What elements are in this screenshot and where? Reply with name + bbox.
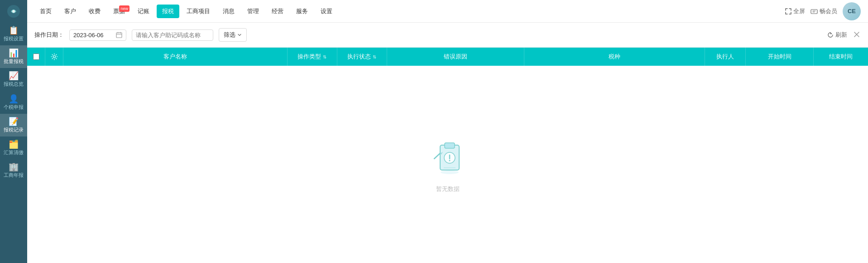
sidebar-item-piliangbaoshui[interactable]: 📊 批量报税	[0, 45, 27, 68]
sidebar-item-gongshangnianbing[interactable]: 🏢 工商年报	[0, 159, 27, 182]
refresh-label: 刷新	[835, 31, 847, 39]
svg-line-6	[434, 153, 440, 159]
nav-items: 首页 客户 收费 票据 new 记账 报税 工商项目 消息 管理 经营 服务 设…	[34, 5, 785, 18]
svg-rect-10	[445, 143, 455, 148]
gongshangnianbing-icon: 🏢	[9, 163, 19, 171]
baoshuishezhi-icon: 📋	[9, 26, 19, 34]
sidebar-item-baoshuijilu[interactable]: 📝 报税记录	[0, 114, 27, 136]
sidebar-item-gongshangnianbing-label: 工商年报	[4, 172, 24, 178]
baoshuijilu-icon: 📝	[9, 117, 19, 126]
fullscreen-button[interactable]: 全屏	[785, 7, 805, 15]
table-header: 客户名称 操作类型 ⇅ 执行状态 ⇅ 错误原因 税种 执行人	[27, 48, 868, 66]
nav-item-shezhi[interactable]: 设置	[315, 5, 338, 18]
fullscreen-label: 全屏	[793, 7, 805, 15]
nav-item-shoufei[interactable]: 收费	[83, 5, 106, 18]
th-starttime: 开始时间	[746, 48, 814, 66]
filter-label: 筛选	[224, 31, 235, 39]
baoshuizonlan-icon: 📈	[9, 72, 19, 80]
nav-item-guanli[interactable]: 管理	[242, 5, 264, 18]
th-checkbox[interactable]	[27, 48, 45, 66]
th-settings[interactable]	[45, 48, 63, 66]
table-container: 客户名称 操作类型 ⇅ 执行状态 ⇅ 错误原因 税种 执行人	[27, 48, 868, 263]
sidebar-item-baoshuizonlan-label: 报税总览	[4, 81, 24, 87]
svg-point-5	[53, 56, 55, 58]
nav-item-homepage[interactable]: 首页	[34, 5, 57, 18]
sidebar-item-baoshuishezhi-label: 报税设置	[4, 36, 24, 42]
refresh-icon	[827, 32, 834, 38]
settings-icon	[51, 53, 58, 60]
member-label: 畅会员	[820, 7, 837, 15]
search-wrapper[interactable]	[132, 29, 213, 41]
svg-rect-2	[811, 10, 817, 14]
huisuanqingjiao-icon: 🗂️	[9, 140, 19, 148]
sort-icon-status: ⇅	[373, 54, 376, 59]
select-all-checkbox[interactable]	[33, 54, 39, 60]
nav-item-jingying[interactable]: 经营	[266, 5, 289, 18]
new-badge-piaoju: new	[119, 5, 129, 12]
empty-text: 暂无数据	[436, 185, 460, 193]
refresh-button[interactable]: 刷新	[827, 31, 847, 39]
member-button[interactable]: 畅会员	[810, 7, 837, 15]
th-error: 错误原因	[387, 48, 525, 66]
nav-item-piaoju[interactable]: 票据 new	[108, 5, 130, 18]
top-nav: 首页 客户 收费 票据 new 记账 报税 工商项目 消息 管理 经营 服务 设…	[27, 0, 868, 23]
date-label: 操作日期：	[34, 31, 64, 39]
sidebar-logo	[0, 0, 27, 23]
svg-rect-3	[116, 33, 122, 38]
sidebar-item-huisuanqingjiao[interactable]: 🗂️ 汇算清缴	[0, 136, 27, 159]
sort-icon-optype: ⇅	[323, 54, 326, 59]
content-area: 操作日期： 筛选	[27, 23, 868, 263]
geshuishenbing-icon: 👤	[9, 95, 19, 103]
sidebar-item-baoshuizonlan[interactable]: 📈 报税总览	[0, 68, 27, 91]
top-nav-right: 全屏 畅会员 CE	[785, 2, 861, 20]
svg-point-16	[441, 170, 459, 174]
calendar-icon	[116, 32, 122, 38]
chevron-down-icon	[237, 33, 242, 37]
avatar-text: CE	[848, 8, 856, 15]
sidebar-item-huisuanqingjiao-label: 汇算清缴	[4, 150, 24, 156]
empty-state-icon	[427, 136, 468, 181]
search-input[interactable]	[136, 32, 212, 39]
sidebar-item-baoshuijilu-label: 报税记录	[4, 127, 24, 133]
avatar[interactable]: CE	[843, 2, 861, 20]
date-picker[interactable]	[69, 29, 126, 41]
sidebar-item-geshuishenbing[interactable]: 👤 个税申报	[0, 91, 27, 114]
nav-item-baoshui[interactable]: 报税	[157, 5, 179, 18]
sidebar-item-piliangbaoshui-label: 批量报税	[4, 58, 24, 64]
th-status: 执行状态 ⇅	[337, 48, 387, 66]
nav-item-xiaoxi[interactable]: 消息	[217, 5, 240, 18]
svg-point-14	[449, 160, 450, 161]
nav-item-customer[interactable]: 客户	[59, 5, 82, 18]
empty-illustration: 暂无数据	[427, 136, 468, 193]
th-tax: 税种	[524, 48, 705, 66]
table-body: 暂无数据	[27, 66, 868, 263]
filter-button[interactable]: 筛选	[219, 28, 247, 42]
toolbar: 操作日期： 筛选	[27, 23, 868, 48]
th-optype: 操作类型 ⇅	[288, 48, 337, 66]
th-client: 客户名称	[63, 48, 288, 66]
sidebar-item-baoshuishezhi[interactable]: 📋 报税设置	[0, 23, 27, 45]
fullscreen-icon	[785, 8, 791, 15]
close-button[interactable]	[853, 30, 861, 40]
main-area: 首页 客户 收费 票据 new 记账 报税 工商项目 消息 管理 经营 服务 设…	[27, 0, 868, 263]
date-input[interactable]	[73, 32, 113, 39]
th-executor: 执行人	[705, 48, 746, 66]
piliangbaoshui-icon: 📊	[9, 49, 19, 57]
svg-point-1	[12, 10, 15, 13]
nav-item-fuwu[interactable]: 服务	[291, 5, 313, 18]
th-endtime: 结束时间	[814, 48, 868, 66]
sidebar: 📋 报税设置 📊 批量报税 📈 报税总览 👤 个税申报 📝 报税记录 🗂️ 汇算…	[0, 0, 27, 263]
close-icon	[853, 30, 861, 39]
nav-item-gongshang[interactable]: 工商项目	[181, 5, 216, 18]
sidebar-item-geshuishenbing-label: 个税申报	[4, 104, 24, 110]
nav-item-jizhang[interactable]: 记账	[132, 5, 155, 18]
member-icon	[810, 8, 818, 15]
